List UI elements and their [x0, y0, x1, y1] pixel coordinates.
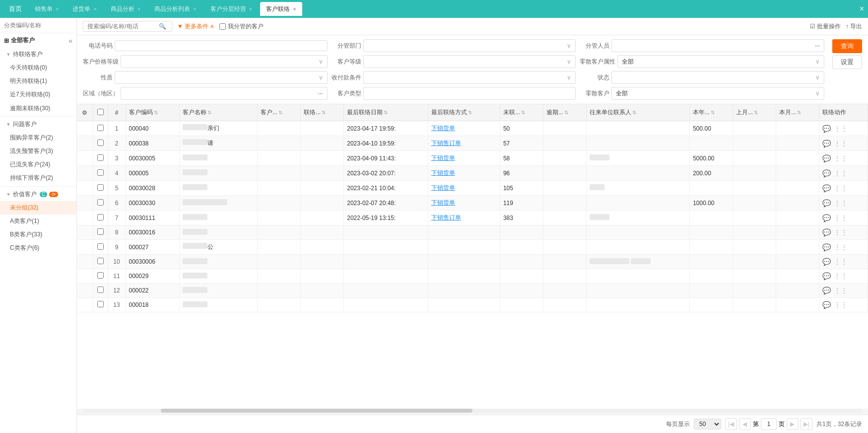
sidebar-item-tomorrow[interactable]: 明天待联络(1) — [0, 74, 76, 88]
td-checkbox[interactable] — [93, 196, 108, 211]
reset-button[interactable]: 设置 — [832, 55, 862, 69]
close-purchase-tab[interactable]: × — [93, 6, 96, 12]
scrollbar-thumb[interactable] — [161, 409, 472, 413]
first-page-btn[interactable]: |◀ — [725, 418, 737, 430]
chat-icon[interactable]: 💬 — [822, 169, 831, 177]
chat-icon[interactable]: 💬 — [822, 258, 831, 266]
td-checkbox[interactable] — [93, 269, 108, 284]
select-all-checkbox[interactable] — [97, 109, 104, 115]
td-checkbox[interactable] — [93, 136, 108, 151]
th-customer-code[interactable]: 客户编码⇅ — [126, 104, 179, 121]
td-last-contact-method[interactable]: 下销货单 — [428, 196, 500, 211]
nature-select[interactable]: ∨ — [115, 71, 328, 84]
tab-sales-order[interactable]: 销售单 × — [29, 2, 65, 16]
chat-icon[interactable]: 💬 — [822, 125, 831, 133]
th-uncontacted[interactable]: 未联...⇅ — [500, 104, 543, 121]
th-this-year[interactable]: 本年...⇅ — [690, 104, 733, 121]
th-this-month[interactable]: 本月...⇅ — [776, 104, 819, 121]
tab-customer-tier[interactable]: 客户分层经营 × — [204, 2, 258, 16]
menu-icon[interactable]: ⋮⋮ — [834, 184, 848, 192]
row-checkbox[interactable] — [97, 258, 104, 264]
filter-search-box[interactable]: 🔍 — [83, 21, 172, 32]
all-customers-header[interactable]: ⊞ 全部客户 « — [0, 33, 76, 48]
contact-method-link[interactable]: 下销货单 — [431, 154, 455, 161]
row-checkbox[interactable] — [97, 272, 104, 279]
th-business-contact[interactable]: 往来单位联系人⇅ — [586, 104, 689, 121]
sidebar-item-7days[interactable]: 近7天待联络(0) — [0, 88, 76, 101]
more-conditions-btn[interactable]: ▼ 更多条件 ∧ — [177, 22, 214, 31]
menu-icon[interactable]: ⋮⋮ — [834, 140, 848, 147]
menu-icon[interactable]: ⋮⋮ — [834, 243, 848, 251]
menu-icon[interactable]: ⋮⋮ — [834, 258, 848, 266]
close-contact-tab[interactable]: × — [293, 6, 296, 12]
my-customers-check[interactable] — [219, 23, 226, 30]
menu-icon[interactable]: ⋮⋮ — [834, 228, 848, 236]
tab-home[interactable]: 首页 — [4, 4, 27, 13]
retail-attr-select[interactable]: 全部 ∨ — [617, 55, 824, 68]
row-checkbox[interactable] — [97, 199, 104, 206]
query-button[interactable]: 查询 — [832, 39, 862, 53]
menu-icon[interactable]: ⋮⋮ — [834, 125, 848, 133]
tab-product-analysis[interactable]: 商品分析 × — [105, 2, 146, 16]
chat-icon[interactable]: 💬 — [822, 228, 831, 236]
th-checkbox[interactable] — [93, 104, 108, 121]
chat-icon[interactable]: 💬 — [822, 154, 831, 162]
menu-icon[interactable]: ⋮⋮ — [834, 301, 848, 309]
sidebar-item-declining[interactable]: 持续下滑客户(2) — [0, 171, 76, 185]
close-tier-tab[interactable]: × — [249, 6, 252, 12]
sidebar-search-input[interactable] — [4, 22, 77, 29]
row-checkbox[interactable] — [97, 184, 104, 191]
retail-customer-select[interactable]: 全部 ∨ — [611, 87, 824, 100]
menu-icon[interactable]: ⋮⋮ — [834, 214, 848, 222]
row-checkbox[interactable] — [97, 228, 104, 235]
menu-icon[interactable]: ⋮⋮ — [834, 272, 848, 280]
td-last-contact-method[interactable]: 下销货单 — [428, 166, 500, 181]
my-customers-checkbox[interactable]: 我分管的客户 — [219, 22, 264, 31]
sidebar-collapse-btn[interactable]: « — [68, 37, 72, 45]
chat-icon[interactable]: 💬 — [822, 243, 831, 251]
next-page-btn[interactable]: ▶ — [787, 418, 799, 430]
sidebar-item-overdue[interactable]: 逾期未联络(30) — [0, 102, 76, 115]
td-checkbox[interactable] — [93, 121, 108, 136]
td-checkbox[interactable] — [93, 151, 108, 166]
th-settings[interactable]: ⚙ — [77, 104, 93, 121]
row-checkbox[interactable] — [97, 243, 104, 250]
chat-icon[interactable]: 💬 — [822, 199, 831, 207]
price-level-select[interactable]: ∨ — [121, 55, 328, 68]
sidebar-search-box[interactable]: 🔍 — [0, 18, 76, 33]
td-checkbox[interactable] — [93, 240, 108, 255]
td-checkbox[interactable] — [93, 298, 108, 312]
td-last-contact-method[interactable]: 下销货单 — [428, 121, 500, 136]
menu-icon[interactable]: ⋮⋮ — [834, 287, 848, 294]
menu-icon[interactable]: ⋮⋮ — [834, 199, 848, 207]
chat-icon[interactable]: 💬 — [822, 287, 831, 294]
td-checkbox[interactable] — [93, 255, 108, 269]
contact-method-link[interactable]: 下销货单 — [431, 125, 455, 132]
dept-select[interactable]: ∨ — [363, 39, 576, 52]
last-page-btn[interactable]: ▶| — [801, 418, 812, 430]
prev-page-btn[interactable]: ◀ — [739, 418, 751, 430]
contact-method-link[interactable]: 下销货单 — [431, 169, 455, 176]
th-last-contact-method[interactable]: 最后联络方式⇅ — [428, 104, 500, 121]
sidebar-item-class-b[interactable]: B类客户(33) — [0, 228, 76, 241]
row-checkbox[interactable] — [97, 301, 104, 307]
batch-ops-btn[interactable]: ☑ 批量操作 — [810, 22, 841, 31]
menu-icon[interactable]: ⋮⋮ — [834, 154, 848, 162]
tab-customer-contact[interactable]: 客户联络 × — [260, 2, 302, 16]
th-customer-name[interactable]: 客户名称⇅ — [179, 104, 257, 121]
status-select[interactable]: ∨ — [611, 71, 824, 84]
page-number-input[interactable] — [761, 418, 777, 430]
close-analysis-list-tab[interactable]: × — [193, 6, 196, 12]
row-checkbox[interactable] — [97, 169, 104, 176]
chat-icon[interactable]: 💬 — [822, 140, 831, 147]
row-checkbox[interactable] — [97, 154, 104, 161]
payment-select[interactable]: ∨ — [363, 71, 576, 84]
chat-icon[interactable]: 💬 — [822, 272, 831, 280]
row-checkbox[interactable] — [97, 125, 104, 131]
td-checkbox[interactable] — [93, 166, 108, 181]
contact-method-link[interactable]: 下销货单 — [431, 184, 455, 191]
customer-level-select[interactable]: ∨ — [363, 55, 576, 68]
phone-input[interactable] — [115, 40, 328, 51]
sidebar-group-value[interactable]: ▼ 价值客户 C ⟳ — [0, 188, 76, 201]
td-last-contact-method[interactable]: 下销货单 — [428, 151, 500, 166]
